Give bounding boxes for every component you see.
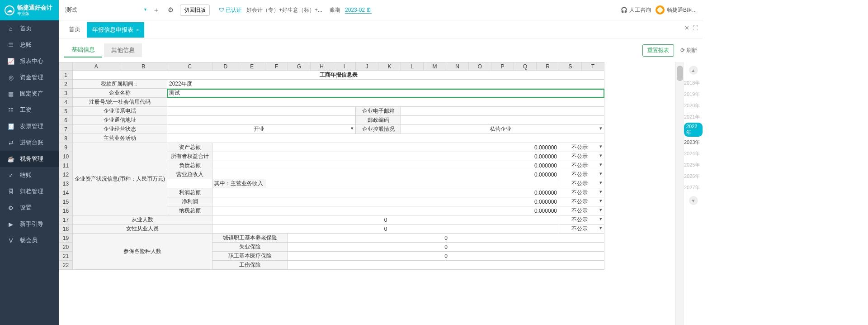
vertical-scrollbar[interactable] bbox=[675, 62, 684, 325]
form-value[interactable]: 0 bbox=[212, 215, 559, 225]
row-header[interactable]: 11 bbox=[59, 161, 73, 170]
dropdown-cell[interactable]: 不公示 bbox=[559, 206, 604, 215]
switch-old-button[interactable]: 切回旧版 bbox=[180, 5, 210, 16]
empty-cell[interactable] bbox=[167, 134, 604, 143]
row-header[interactable]: 5 bbox=[59, 107, 73, 116]
row-header[interactable]: 17 bbox=[59, 215, 73, 225]
sidebar-item-vip[interactable]: V畅会员 bbox=[0, 232, 59, 249]
reset-button[interactable]: 重置报表 bbox=[642, 44, 674, 57]
col-header[interactable]: J bbox=[356, 62, 378, 71]
sidebar-item-report[interactable]: 📈报表中心 bbox=[0, 53, 59, 69]
sidebar-item-ledger[interactable]: ☰总账 bbox=[0, 37, 59, 53]
period-selector[interactable]: 2023-02 🗓 bbox=[345, 7, 372, 14]
subtab-basic[interactable]: 基础信息 bbox=[64, 43, 102, 57]
row-header[interactable]: 16 bbox=[59, 206, 73, 215]
dropdown-cell[interactable]: 不公示 bbox=[559, 179, 604, 188]
empty-cell[interactable] bbox=[167, 107, 356, 116]
row-header[interactable]: 2 bbox=[59, 80, 73, 89]
dropdown-cell[interactable]: 开业 bbox=[167, 125, 356, 134]
form-value[interactable]: 0.000000 bbox=[212, 152, 559, 161]
col-header[interactable]: Q bbox=[514, 62, 537, 71]
year-2023年[interactable]: 2023年 bbox=[684, 137, 703, 148]
form-value[interactable]: 0 bbox=[288, 243, 604, 252]
form-value[interactable]: 0 bbox=[212, 225, 559, 234]
fullscreen-icon[interactable]: ⛶ bbox=[693, 25, 698, 31]
year-2022年[interactable]: 2022年 bbox=[684, 123, 703, 137]
form-value[interactable]: 0 bbox=[288, 234, 604, 243]
form-value[interactable]: 0.000000 bbox=[212, 170, 559, 179]
row-header[interactable]: 15 bbox=[59, 197, 73, 206]
col-header[interactable]: G bbox=[288, 62, 311, 71]
sidebar-item-invoice[interactable]: 🧾发票管理 bbox=[0, 118, 59, 134]
col-header[interactable]: H bbox=[311, 62, 333, 71]
row-header[interactable]: 22 bbox=[59, 261, 73, 270]
col-header[interactable]: E bbox=[239, 62, 265, 71]
row-header[interactable]: 10 bbox=[59, 152, 73, 161]
row-header[interactable]: 4 bbox=[59, 98, 73, 107]
row-header[interactable]: 12 bbox=[59, 170, 73, 179]
form-value[interactable]: 0.000000 bbox=[212, 161, 559, 170]
year-up-icon[interactable]: ▲ bbox=[689, 66, 698, 75]
empty-cell[interactable] bbox=[167, 98, 604, 107]
col-header[interactable]: O bbox=[469, 62, 491, 71]
row-header[interactable]: 6 bbox=[59, 116, 73, 125]
sidebar-item-archive[interactable]: 🗄归档管理 bbox=[0, 183, 59, 200]
row-header[interactable]: 21 bbox=[59, 252, 73, 261]
row-header[interactable]: 3 bbox=[59, 89, 73, 98]
form-value[interactable]: 0.000000 bbox=[212, 206, 559, 215]
sidebar-item-guide[interactable]: ▶新手引导 bbox=[0, 216, 59, 232]
sidebar-item-salary[interactable]: ☷工资 bbox=[0, 102, 59, 118]
dropdown-cell[interactable]: 不公示 bbox=[559, 161, 604, 170]
dropdown-cell[interactable]: 不公示 bbox=[559, 215, 604, 225]
close-all-icon[interactable]: × bbox=[685, 24, 689, 32]
dropdown-cell[interactable]: 不公示 bbox=[559, 170, 604, 179]
form-value[interactable]: 0.000000 bbox=[212, 197, 559, 206]
sidebar-item-home[interactable]: ⌂首页 bbox=[0, 20, 59, 37]
col-header[interactable]: S bbox=[559, 62, 582, 71]
subtab-other[interactable]: 其他信息 bbox=[104, 43, 142, 57]
dropdown-cell[interactable]: 不公示 bbox=[559, 225, 604, 234]
col-header[interactable]: L bbox=[401, 62, 424, 71]
spreadsheet[interactable]: ABCDEFGHIJKLMNOPQRST1工商年报信息表2税款所属期间：2022… bbox=[59, 62, 675, 325]
refresh-button[interactable]: ⟳ 刷新 bbox=[680, 47, 697, 54]
sidebar-item-stock[interactable]: ⇄进销台账 bbox=[0, 134, 59, 151]
company-selector[interactable]: 测试 ▾ bbox=[65, 6, 146, 14]
row-header[interactable]: 18 bbox=[59, 225, 73, 234]
row-header[interactable]: 13 bbox=[59, 179, 73, 188]
tab-home[interactable]: 首页 bbox=[62, 20, 87, 38]
user-menu[interactable]: 畅捷通B组... bbox=[656, 5, 696, 14]
empty-cell[interactable] bbox=[401, 116, 604, 125]
dropdown-cell[interactable]: 不公示 bbox=[559, 143, 604, 152]
row-header[interactable]: 1 bbox=[59, 71, 73, 80]
col-header[interactable] bbox=[59, 62, 73, 71]
dropdown-cell[interactable]: 不公示 bbox=[559, 188, 604, 197]
dropdown-cell[interactable]: 不公示 bbox=[559, 197, 604, 206]
sidebar-item-close[interactable]: ✓结账 bbox=[0, 167, 59, 183]
add-icon[interactable]: ＋ bbox=[151, 6, 161, 14]
sidebar-item-settings[interactable]: ⚙设置 bbox=[0, 200, 59, 216]
row-header[interactable]: 19 bbox=[59, 234, 73, 243]
row-header[interactable]: 20 bbox=[59, 243, 73, 252]
form-value[interactable] bbox=[288, 261, 604, 270]
col-header[interactable]: P bbox=[491, 62, 514, 71]
row-header[interactable]: 14 bbox=[59, 188, 73, 197]
company-name-cell[interactable]: 测试 bbox=[167, 89, 604, 98]
row-header[interactable]: 9 bbox=[59, 143, 73, 152]
col-header[interactable]: I bbox=[333, 62, 356, 71]
dropdown-cell[interactable]: 私营企业 bbox=[401, 125, 604, 134]
row-header[interactable]: 7 bbox=[59, 125, 73, 134]
close-tab-icon[interactable]: × bbox=[136, 27, 139, 33]
dropdown-cell[interactable]: 不公示 bbox=[559, 152, 604, 161]
form-value[interactable] bbox=[265, 179, 559, 188]
col-header[interactable]: R bbox=[537, 62, 559, 71]
row-header[interactable]: 8 bbox=[59, 134, 73, 143]
empty-cell[interactable] bbox=[401, 107, 604, 116]
col-header[interactable]: C bbox=[167, 62, 212, 71]
col-header[interactable]: M bbox=[424, 62, 446, 71]
gear-icon[interactable]: ⚙ bbox=[166, 6, 175, 14]
year-down-icon[interactable]: ▼ bbox=[689, 196, 698, 205]
col-header[interactable]: D bbox=[212, 62, 239, 71]
form-value[interactable]: 0 bbox=[288, 252, 604, 261]
sidebar-item-asset[interactable]: ▦固定资产 bbox=[0, 86, 59, 102]
col-header[interactable]: T bbox=[582, 62, 604, 71]
